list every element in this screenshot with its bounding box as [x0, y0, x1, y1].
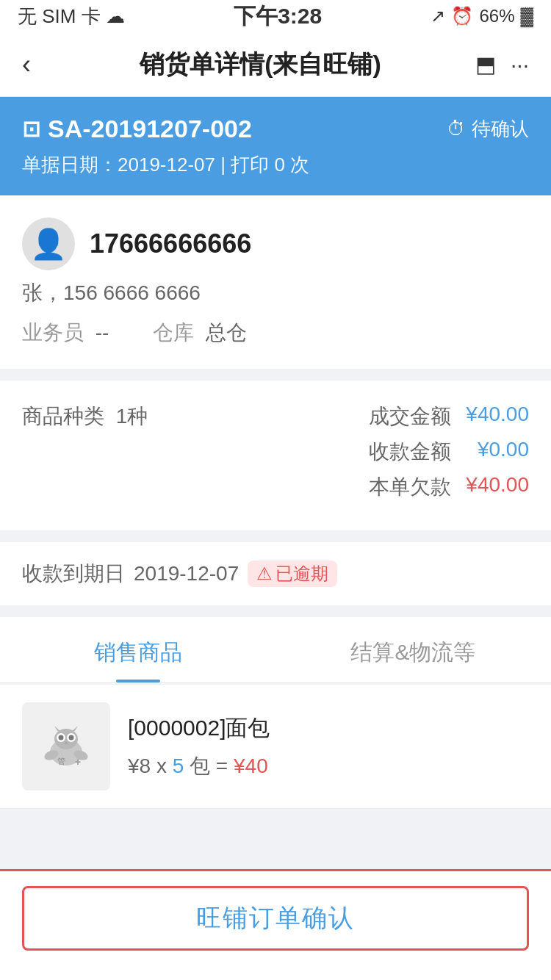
product-name: [0000002]面包 [128, 713, 529, 743]
due-label: 收款到期日 [22, 560, 125, 588]
equals-sign: = [216, 754, 234, 777]
avatar: 👤 [22, 217, 75, 270]
svg-point-4 [59, 735, 64, 741]
customer-name: 张，156 6666 6666 [22, 279, 529, 307]
share-icon[interactable]: ⬒ [475, 51, 496, 77]
warehouse-value: 总仓 [206, 321, 247, 344]
overdue-icon: ⚠ [256, 563, 273, 584]
product-price-row: ¥8 x 5 包 = ¥40 [128, 752, 529, 780]
customer-row: 👤 17666666666 [22, 217, 529, 270]
order-icon: ⊡ [22, 116, 40, 142]
received-value: ¥0.00 [478, 438, 529, 466]
location-icon: ↗ [431, 6, 445, 26]
battery-level: 66% [479, 6, 514, 26]
svg-point-5 [69, 735, 74, 741]
customer-phone: 17666666666 [90, 228, 251, 259]
battery-icon: ▓ [521, 6, 534, 26]
svg-text:+: + [75, 756, 81, 768]
nav-actions: ⬒ ··· [475, 51, 529, 77]
product-thumbnail: + 管 [22, 702, 110, 790]
tab-settlement[interactable]: 结算&物流等 [276, 617, 551, 682]
order-header: ⊡ SA-20191207-002 ⏱ 待确认 单据日期：2019-12-07 … [0, 97, 551, 195]
page-title: 销货单详情(来自旺铺) [46, 48, 475, 82]
sales-label: 业务员 [22, 321, 84, 344]
order-meta: 单据日期：2019-12-07 | 打印 0 次 [22, 152, 529, 178]
multiply-sign: x [156, 754, 173, 777]
clock-icon: ⏱ [447, 118, 466, 140]
order-header-top: ⊡ SA-20191207-002 ⏱ 待确认 [22, 115, 529, 143]
tabs-row: 销售商品 结算&物流等 [0, 617, 551, 683]
amount-label: 成交金额 [369, 403, 451, 430]
total-price: ¥40 [234, 754, 268, 777]
due-date: 2019-12-07 [134, 562, 239, 586]
more-icon[interactable]: ··· [511, 52, 529, 77]
svg-text:管: 管 [57, 757, 65, 765]
summary-left: 商品种类 1种 [22, 403, 148, 430]
amount-value: ¥40.00 [466, 403, 529, 430]
summary-right: 成交金额 ¥40.00 收款金额 ¥0.00 本单欠款 ¥40.00 [369, 403, 529, 508]
overdue-badge: ⚠ 已逾期 [248, 561, 337, 587]
tab-products[interactable]: 销售商品 [0, 617, 276, 682]
status-bar: 无 SIM 卡 ☁ 下午3:28 ↗ ⏰ 66% ▓ [0, 0, 551, 32]
order-id-text: SA-20191207-002 [48, 115, 252, 143]
due-section: 收款到期日 2019-12-07 ⚠ 已逾期 [0, 542, 551, 605]
status-text: 待确认 [472, 116, 529, 142]
overdue-text: 已逾期 [276, 562, 328, 586]
customer-section: 👤 17666666666 张，156 6666 6666 业务员 -- 仓库 … [0, 195, 551, 369]
type-label: 商品种类 [22, 405, 104, 428]
owl-logo-svg: + 管 [37, 724, 96, 768]
owed-value: ¥40.00 [466, 473, 529, 501]
unit: 包 [190, 754, 210, 777]
confirm-button[interactable]: 旺铺订单确认 [22, 886, 529, 951]
warehouse-label: 仓库 [153, 321, 194, 344]
status-time: 下午3:28 [234, 1, 322, 32]
customer-details: 业务员 -- 仓库 总仓 [22, 319, 529, 347]
sim-status: 无 SIM 卡 ☁ [18, 4, 125, 29]
received-row: 收款金额 ¥0.00 [369, 438, 529, 466]
product-section: + 管 [0000002]面包 ¥8 x 5 包 = ¥40 [0, 685, 551, 809]
product-info: [0000002]面包 ¥8 x 5 包 = ¥40 [128, 713, 529, 780]
order-status: ⏱ 待确认 [447, 116, 529, 142]
order-id: ⊡ SA-20191207-002 [22, 115, 252, 143]
amount-row: 成交金额 ¥40.00 [369, 403, 529, 430]
received-label: 收款金额 [369, 438, 451, 466]
alarm-icon: ⏰ [451, 6, 473, 26]
status-right: ↗ ⏰ 66% ▓ [431, 6, 533, 26]
product-thumb-inner: + 管 [22, 702, 110, 790]
bottom-bar: 旺铺订单确认 [0, 869, 551, 980]
sales-info: 业务员 -- [22, 319, 109, 347]
warehouse-info: 仓库 总仓 [153, 319, 247, 347]
owed-label: 本单欠款 [369, 473, 451, 501]
summary-section: 商品种类 1种 成交金额 ¥40.00 收款金额 ¥0.00 本单欠款 ¥40.… [0, 381, 551, 530]
avatar-icon: 👤 [30, 227, 67, 262]
unit-price: ¥8 [128, 754, 151, 777]
product-item: + 管 [0000002]面包 ¥8 x 5 包 = ¥40 [0, 685, 551, 809]
sales-value: -- [96, 321, 109, 344]
owed-row: 本单欠款 ¥40.00 [369, 473, 529, 501]
type-value: 1种 [116, 405, 148, 428]
status-left: 无 SIM 卡 ☁ [18, 4, 125, 29]
qty: 5 [173, 754, 184, 777]
tabs-section: 销售商品 结算&物流等 [0, 617, 551, 683]
back-button[interactable]: ‹ [22, 49, 31, 80]
nav-bar: ‹ 销货单详情(来自旺铺) ⬒ ··· [0, 32, 551, 97]
